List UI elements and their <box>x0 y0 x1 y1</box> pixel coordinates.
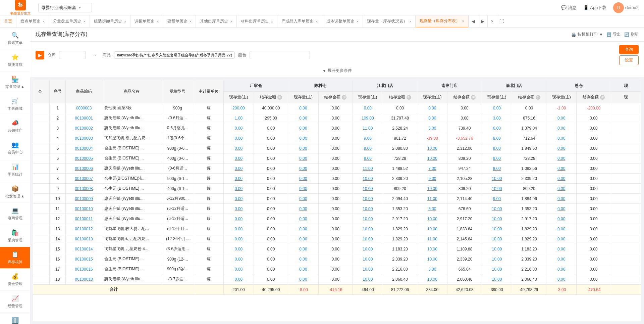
td-yb-qty[interactable]: 10.00 <box>482 174 512 184</box>
close-icon[interactable]: × <box>462 19 464 23</box>
td-cj-qty[interactable]: 0.00 <box>223 204 254 214</box>
filter-expand-btn[interactable]: ▶ <box>36 51 44 59</box>
sidebar-item-retail-stats[interactable]: 📊 零售统计 <box>0 159 30 181</box>
sidebar-item-retail-mgmt[interactable]: 🏪 零售管理 ▲ <box>0 72 30 93</box>
td-cc-qty[interactable]: 0.00 <box>288 234 318 244</box>
td-code[interactable]: 00100010 <box>66 204 102 214</box>
td-cc-qty[interactable]: 0.00 <box>288 143 318 153</box>
td-code[interactable]: 00100014 <box>66 244 102 254</box>
close-icon[interactable]: × <box>43 19 45 24</box>
td-yb-qty[interactable]: 10.00 <box>482 224 512 234</box>
nav-next-btn[interactable]: ▶ <box>478 15 487 28</box>
td-na-qty[interactable]: 10.00 <box>417 153 447 164</box>
td-na-qty[interactable]: 10.00 <box>417 274 447 285</box>
td-jb-qty[interactable]: 11.00 <box>353 123 383 133</box>
tab-stockstatus[interactable]: 现存量（库存状况表） × <box>363 15 416 28</box>
td-yb-qty[interactable]: 9.00 <box>482 194 512 204</box>
td-yb-qty[interactable]: 6.00 <box>482 123 512 133</box>
td-cc-qty[interactable]: 0.00 <box>288 264 318 274</box>
td-yb-qty[interactable]: 9.00 <box>482 153 512 164</box>
td-yb-qty[interactable]: 10.00 <box>482 234 512 244</box>
td-cc-qty[interactable]: 0.00 <box>288 224 318 234</box>
sidebar-item-operations[interactable]: 📈 经营管理 <box>0 291 30 313</box>
tab-costadjust[interactable]: 成本调整单历史 × <box>322 15 363 28</box>
td-na-qty[interactable]: -39.00 <box>417 133 447 143</box>
td-cj-qty[interactable]: 0.00 <box>223 264 254 274</box>
close-icon[interactable]: × <box>271 19 273 24</box>
td-code[interactable]: 00100011 <box>66 214 102 224</box>
td-jb-qty[interactable]: 9.00 <box>353 133 383 143</box>
td-code[interactable]: 00100018 <box>66 274 102 285</box>
td-total-qty[interactable]: 0.00 <box>546 184 577 194</box>
td-total-qty[interactable]: 0.00 <box>546 164 577 174</box>
td-total-qty[interactable]: 0.00 <box>546 113 577 123</box>
td-code[interactable]: 00100007 <box>66 174 102 184</box>
close-icon[interactable]: × <box>157 19 159 24</box>
td-total-qty[interactable]: 0.00 <box>546 153 577 164</box>
td-total-qty[interactable]: 0.00 <box>546 123 577 133</box>
td-cj-qty[interactable]: 0.00 <box>223 244 254 254</box>
td-code[interactable]: 00100006 <box>66 164 102 174</box>
td-yb-qty[interactable]: 8.00 <box>482 164 512 174</box>
td-yb-qty[interactable]: 10.00 <box>482 214 512 224</box>
tab-stockcheck[interactable]: 盘点单历史 × <box>16 15 49 28</box>
td-cj-qty[interactable]: 0.00 <box>223 143 254 153</box>
user-menu[interactable]: D demo2 <box>613 2 639 13</box>
td-cj-qty[interactable]: 0.00 <box>223 123 254 133</box>
tab-transfer[interactable]: 调拨单历史 × <box>130 15 163 28</box>
td-na-qty[interactable]: 10.00 <box>417 214 447 224</box>
td-cc-qty[interactable]: 0.00 <box>288 244 318 254</box>
td-total-qty[interactable]: 0.00 <box>546 143 577 153</box>
product-input[interactable] <box>114 51 235 59</box>
tab-home[interactable]: 首页 <box>0 15 16 28</box>
td-na-qty[interactable]: 0.00 <box>417 103 447 113</box>
nav-expand-btn[interactable]: ⛶ <box>497 15 506 28</box>
td-code[interactable]: 00100008 <box>66 184 102 194</box>
td-jb-qty[interactable]: 10.00 <box>353 244 383 254</box>
info-icon[interactable]: ① <box>342 95 346 100</box>
td-total-qty[interactable]: 0.00 <box>546 194 577 204</box>
settings-btn[interactable]: 设置 <box>619 55 639 65</box>
td-code[interactable]: 00100004 <box>66 143 102 153</box>
sidebar-item-quicknav[interactable]: ⭐ 快捷导航 <box>0 49 30 71</box>
td-yb-qty[interactable]: 10.00 <box>482 254 512 264</box>
td-code[interactable]: 00100001 <box>66 113 102 123</box>
td-cc-qty[interactable]: 0.00 <box>288 133 318 143</box>
td-cj-qty[interactable]: 0.00 <box>223 194 254 204</box>
color-input[interactable] <box>250 51 310 59</box>
td-total-qty[interactable]: 0.00 <box>546 174 577 184</box>
td-yb-qty[interactable]: 8.00 <box>482 143 512 153</box>
td-yb-qty[interactable]: 10.00 <box>482 204 512 214</box>
info-icon[interactable]: ① <box>277 95 282 100</box>
tab-outbound[interactable]: 其他出库单历史 × <box>196 15 236 28</box>
info-icon[interactable]: ① <box>600 95 605 100</box>
close-icon[interactable]: × <box>230 19 232 24</box>
td-na-qty[interactable]: 11.00 <box>417 194 447 204</box>
td-yb-qty[interactable]: 3.00 <box>482 113 512 123</box>
td-jb-qty[interactable]: 9.00 <box>353 143 383 153</box>
close-icon[interactable]: × <box>83 19 85 24</box>
td-na-qty[interactable]: 10.00 <box>417 184 447 194</box>
td-cc-qty[interactable]: 0.00 <box>288 113 318 123</box>
td-cc-qty[interactable]: 0.00 <box>288 174 318 184</box>
td-cj-qty[interactable]: 0.00 <box>223 184 254 194</box>
td-cj-qty[interactable]: 0.00 <box>223 234 254 244</box>
info-icon[interactable]: ① <box>407 95 411 100</box>
td-total-qty[interactable]: 0.00 <box>546 264 577 274</box>
close-icon[interactable]: × <box>409 19 411 24</box>
nav-close-btn[interactable]: × <box>487 15 497 28</box>
td-jb-qty[interactable]: 10.00 <box>353 274 383 285</box>
td-cc-qty[interactable]: 0.00 <box>288 204 318 214</box>
td-code[interactable]: 00100015 <box>66 254 102 264</box>
tab-stockdist[interactable]: 现存量（库存分布表） × <box>416 15 468 28</box>
td-jb-qty[interactable]: 0.00 <box>353 103 383 113</box>
td-cc-qty[interactable]: 0.00 <box>288 254 318 264</box>
td-jb-qty[interactable]: 10.00 <box>353 234 383 244</box>
close-icon[interactable]: × <box>316 19 318 24</box>
refresh-btn[interactable]: 🔄 刷新 <box>624 32 639 37</box>
export-btn[interactable]: ⬇️ 导出 <box>606 32 621 37</box>
info-icon[interactable]: ① <box>536 95 540 100</box>
sidebar-item-member[interactable]: 👥 会员中心 <box>0 137 30 159</box>
sidebar-item-marketing[interactable]: 📣 营销推广 <box>0 115 30 137</box>
td-na-qty[interactable]: 5.00 <box>417 204 447 214</box>
